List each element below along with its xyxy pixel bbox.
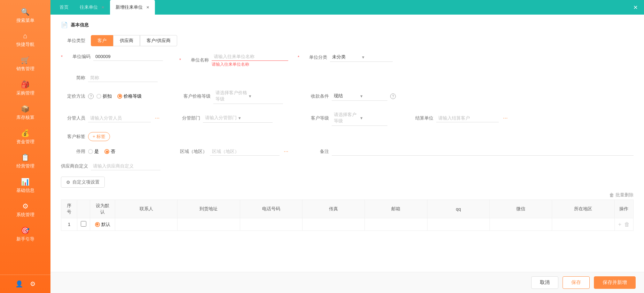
notes-input[interactable] — [332, 147, 634, 156]
col-wechat: 微信 — [489, 200, 552, 218]
notes-label: 备注 — [305, 148, 329, 155]
delete-row-icon[interactable]: 🗑 — [624, 221, 630, 228]
sidebar-item-inventory[interactable]: 📦 库存核算 — [0, 100, 50, 125]
price-level-radio[interactable]: 价格等级 — [117, 93, 142, 99]
col-address: 到货地址 — [178, 200, 240, 218]
tab-home[interactable]: 首页 — [54, 0, 74, 15]
payment-terms-select[interactable]: 现结 ▾ — [332, 91, 387, 101]
payment-help-icon[interactable]: ? — [390, 93, 396, 99]
info-icon: 📄 — [61, 22, 68, 28]
qq-input[interactable] — [431, 222, 486, 227]
close-all-tabs[interactable]: ✕ — [630, 4, 641, 11]
cell-address[interactable] — [178, 218, 240, 231]
fax-input[interactable] — [306, 222, 361, 227]
supervisor-input[interactable] — [88, 114, 151, 122]
settlement-input[interactable] — [436, 114, 499, 122]
sales-icon: 🛒 — [21, 56, 30, 64]
address-input[interactable] — [181, 222, 236, 227]
sidebar-item-purchase[interactable]: 🎒 采购管理 — [0, 76, 50, 100]
batch-delete-icon: 🗑 — [609, 192, 614, 198]
sidebar-item-newguide[interactable]: 🎯 新手引导 — [0, 222, 50, 246]
region-dots[interactable]: ··· — [282, 148, 290, 155]
col-contact: 联系人 — [115, 200, 177, 218]
close-new-partner-tab[interactable]: ✕ — [146, 5, 149, 10]
unit-type-row: 单位类型 客户 供应商 客户/供应商 — [61, 35, 634, 46]
close-partners-tab[interactable]: ✕ — [101, 5, 104, 10]
add-tag-button[interactable]: + 标签 — [88, 132, 110, 141]
cell-fax[interactable] — [302, 218, 364, 231]
supplier-custom-group: 供应商自定义 — [61, 162, 179, 170]
pricing-help-icon[interactable]: ? — [88, 93, 94, 99]
pricing-row: 定价方法 ? 折扣 价格等级 客户价格等级 请选择客户价格等级 — [61, 88, 634, 104]
supervisor-dots[interactable]: ··· — [154, 115, 161, 121]
system-icon: ⚙ — [22, 202, 29, 210]
unit-name-input[interactable] — [212, 52, 288, 61]
tab-new-partner[interactable]: 新增往来单位 ✕ — [110, 0, 155, 15]
yes-radio[interactable]: 是 — [88, 148, 99, 155]
payment-terms-arrow: ▾ — [360, 93, 385, 99]
sidebar-item-search[interactable]: 🔍 搜索菜单 — [0, 3, 50, 28]
dept-select[interactable]: 请输入分管部门 ▾ — [203, 113, 273, 123]
unit-name-error: 请输入往来单位名称 — [212, 62, 288, 67]
add-row-icon[interactable]: + — [618, 221, 621, 228]
col-checkbox — [77, 200, 90, 218]
default-radio-circle — [95, 222, 100, 227]
sidebar-item-quicknav[interactable]: ⌂ 快捷导航 — [0, 28, 50, 52]
unit-type-supplier[interactable]: 供应商 — [113, 35, 140, 46]
supplier-custom-input[interactable] — [91, 162, 160, 170]
sidebar-item-system[interactable]: ⚙ 系统管理 — [0, 198, 50, 222]
cell-default: 默认 — [90, 218, 115, 231]
cell-email[interactable] — [365, 218, 427, 231]
customer-price-select[interactable]: 请选择客户价格等级 ▾ — [213, 88, 283, 104]
unit-type-customer[interactable]: 客户 — [91, 35, 113, 46]
discount-radio-circle — [96, 94, 101, 99]
cell-phone[interactable] — [240, 218, 302, 231]
col-default: 设为默认 — [90, 200, 115, 218]
tab-partners[interactable]: 往来单位 ✕ — [74, 0, 110, 15]
unit-type-both[interactable]: 客户/供应商 — [140, 35, 177, 46]
price-level-radio-circle — [117, 94, 122, 99]
settlement-label: 结算单位 — [409, 115, 433, 121]
supervisor-row: 分管人员 ··· 分管部门 请输入分管部门 ▾ 客户等级 请选择客户等级 ▾ 结… — [61, 110, 634, 126]
inventory-icon: 📦 — [21, 105, 30, 113]
sidebar-item-operations[interactable]: 📋 经营管理 — [0, 149, 50, 173]
region-input[interactable] — [210, 147, 280, 156]
col-phone: 电话号码 — [240, 200, 302, 218]
wechat-input[interactable] — [493, 222, 548, 227]
cell-checkbox — [77, 218, 90, 231]
save-new-button[interactable]: 保存并新增 — [594, 276, 636, 289]
region-label: 区域（地区） — [179, 148, 207, 155]
basic-icon: 📊 — [21, 178, 30, 186]
discount-radio[interactable]: 折扣 — [96, 93, 112, 99]
cell-region[interactable] — [552, 218, 614, 231]
cell-actions: + 🗑 — [614, 218, 633, 231]
sidebar-item-sales[interactable]: 🛒 销售管理 — [0, 52, 50, 76]
unit-category-select[interactable]: 未分类 ▾ — [330, 52, 393, 62]
cell-wechat[interactable] — [489, 218, 552, 231]
batch-delete-label[interactable]: 批量删除 — [615, 192, 634, 198]
unit-code-input[interactable] — [93, 52, 163, 61]
cancel-button[interactable]: 取消 — [531, 276, 558, 289]
abbr-input[interactable] — [88, 74, 158, 82]
category-dropdown-arrow: ▾ — [362, 55, 391, 60]
email-input[interactable] — [368, 222, 423, 227]
default-radio[interactable]: 默认 — [94, 221, 111, 228]
row-checkbox[interactable] — [81, 221, 86, 227]
settings-icon[interactable]: ⚙ — [30, 280, 36, 288]
customer-level-select[interactable]: 请选择客户等级 ▾ — [332, 110, 387, 126]
user-icon[interactable]: 👤 — [15, 280, 23, 288]
cell-qq[interactable] — [427, 218, 489, 231]
no-radio[interactable]: 否 — [104, 148, 115, 155]
sidebar-item-finance[interactable]: 💰 资金管理 — [0, 125, 50, 149]
supplier-custom-row: 供应商自定义 — [61, 162, 634, 170]
sidebar-item-basic[interactable]: 📊 基础信息 — [0, 173, 50, 198]
save-button[interactable]: 保存 — [563, 276, 590, 289]
payment-terms-label: 收款条件 — [305, 93, 329, 99]
cell-contact[interactable] — [115, 218, 177, 231]
abbr-row: 简称 — [61, 74, 634, 82]
phone-input[interactable] — [244, 222, 299, 227]
contact-input[interactable] — [119, 222, 174, 227]
custom-settings-button[interactable]: ⚙ 自定义项设置 — [61, 177, 105, 188]
region-table-input[interactable] — [556, 222, 611, 227]
settlement-dots[interactable]: ··· — [502, 115, 509, 121]
